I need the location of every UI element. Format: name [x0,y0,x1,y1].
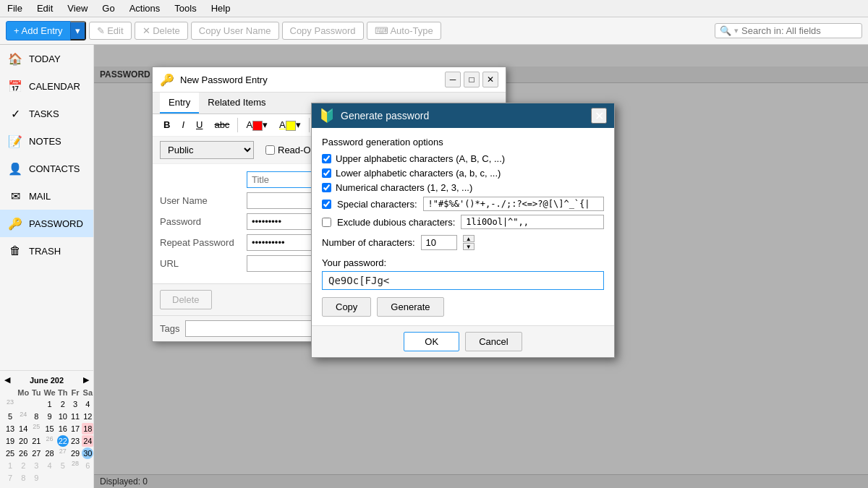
format-highlight-button[interactable]: A▾ [274,117,306,133]
sidebar-label-today: TODAY [29,53,61,64]
menubar: File Edit View Go Actions Tools Help [0,0,868,17]
cal-next-button[interactable]: ▶ [83,375,89,385]
sidebar-label-calendar: CALENDAR [29,81,80,92]
sidebar-item-today[interactable]: 🏠 TODAY [0,45,93,72]
gen-section-title: Password generation options [322,137,604,147]
mail-icon: ✉ [7,188,23,204]
gen-special-checkbox[interactable] [322,200,331,209]
menu-actions[interactable]: Actions [127,1,163,15]
format-bold-button[interactable]: B [158,117,175,132]
contacts-icon: 👤 [7,160,23,176]
calendar-icon: 📅 [7,78,23,94]
cal-day-header-th: Th [57,388,69,398]
menu-view[interactable]: View [64,1,90,15]
cal-day-header-tu: Tu [30,388,42,398]
search-input[interactable] [741,25,857,36]
readonly-checkbox[interactable] [265,145,275,155]
gen-password-title-text: Generate password [341,110,585,121]
delete-entry-button[interactable]: Delete [160,290,212,309]
gen-your-password-label: Your password: [322,257,604,268]
add-entry-button-group: + Add Entry ▾ [6,21,86,40]
gen-num-down-button[interactable]: ▼ [463,243,475,250]
gen-num-chars-label: Number of characters: [322,237,415,248]
gen-option-lower: Lower alphabetic characters (a, b, c, ..… [322,168,604,179]
gen-numerical-checkbox[interactable] [322,183,331,192]
gen-copy-button[interactable]: Copy [322,297,371,317]
toolbar: + Add Entry ▾ ✎ Edit ✕ Delete Copy User … [0,17,868,45]
cal-month-label: June 202 [30,376,64,385]
format-underline-button[interactable]: U [191,117,208,132]
passwords-icon: 🔑 [7,215,23,231]
sidebar-item-contacts[interactable]: 👤 CONTACTS [0,155,93,182]
copy-password-button[interactable]: Copy Password [282,22,364,40]
cal-prev-button[interactable]: ◀ [4,375,10,385]
cal-day-header-sa: Sa [82,388,93,398]
gen-numerical-label: Numerical characters (1, 2, 3, ...) [336,182,472,193]
new-password-titlebar: 🔑 New Password Entry ─ □ ✕ [153,67,506,93]
username-label: User Name [160,195,247,206]
gen-password-display-input[interactable] [322,271,604,290]
repeat-password-label: Repeat Password [160,237,247,248]
tasks-icon: ✓ [7,106,23,121]
sidebar-label-notes: NOTES [29,136,61,147]
menu-tools[interactable]: Tools [171,1,199,15]
auto-type-button[interactable]: ⌨ Auto-Type [367,22,441,40]
gen-lower-checkbox[interactable] [322,168,331,178]
gen-cancel-button[interactable]: Cancel [465,332,522,351]
cal-day-header-we: We [43,388,56,398]
sidebar-item-mail[interactable]: ✉ MAIL [0,182,93,210]
new-password-maximize-button[interactable]: □ [464,72,480,87]
add-entry-dropdown-button[interactable]: ▾ [70,21,86,40]
gen-ok-button[interactable]: OK [404,332,459,351]
new-password-close-button[interactable]: ✕ [482,72,498,87]
gen-num-up-button[interactable]: ▲ [463,235,475,242]
add-entry-button[interactable]: + Add Entry [6,21,70,40]
delete-button[interactable]: ✕ Delete [135,22,188,40]
new-password-title-icon: 🔑 [160,73,174,87]
gen-option-numerical: Numerical characters (1, 2, 3, ...) [322,182,604,193]
gen-generate-button[interactable]: Generate [377,297,443,317]
cal-week-num-header [4,388,16,398]
sidebar-item-trash[interactable]: 🗑 TRASH [0,237,93,265]
cal-day-header-fr: Fr [69,388,81,398]
tab-related-items[interactable]: Related Items [199,93,274,114]
gen-password-close-button[interactable]: ✕ [591,108,607,124]
menu-help[interactable]: Help [208,1,234,15]
gen-exclude-chars-input[interactable] [461,215,604,229]
gen-option-upper: Upper alphabetic characters (A, B, C, ..… [322,153,604,164]
format-font-color-button[interactable]: A▾ [241,117,273,133]
gen-special-row: Special characters: [322,197,604,211]
gen-special-label: Special characters: [337,199,417,210]
gen-password-titlebar: 🔰 Generate password ✕ [312,103,614,128]
copy-username-button[interactable]: Copy User Name [191,22,279,40]
cal-day-header-mo: Mo [17,388,30,398]
password-label: Password [160,216,247,227]
sidebar-item-passwords[interactable]: 🔑 PASSWORD [0,210,93,237]
sidebar-label-contacts: CONTACTS [29,163,80,174]
new-password-title-text: New Password Entry [180,74,439,85]
group-select[interactable]: Public [160,141,254,159]
sidebar: 🏠 TODAY 📅 CALENDAR ✓ TASKS 📝 NOTES 👤 CON… [0,45,94,488]
gen-exclude-checkbox[interactable] [322,218,331,227]
gen-upper-checkbox[interactable] [322,154,331,163]
gen-password-footer: OK Cancel [312,325,614,357]
sidebar-item-tasks[interactable]: ✓ TASKS [0,100,93,127]
gen-password-title-icon: 🔰 [319,108,335,124]
menu-edit[interactable]: Edit [34,1,56,15]
gen-special-chars-input[interactable] [423,197,604,211]
menu-go[interactable]: Go [99,1,117,15]
gen-num-chars-row: Number of characters: ▲ ▼ [322,235,604,250]
new-password-minimize-button[interactable]: ─ [445,72,461,87]
sidebar-item-notes[interactable]: 📝 NOTES [0,127,93,155]
trash-icon: 🗑 [7,243,23,259]
tab-entry[interactable]: Entry [160,93,199,114]
format-strike-button[interactable]: abc [209,117,234,132]
edit-button[interactable]: ✎ Edit [89,22,132,40]
gen-num-chars-input[interactable] [421,235,457,250]
format-italic-button[interactable]: I [176,117,190,132]
menu-file[interactable]: File [4,1,25,15]
sidebar-item-calendar[interactable]: 📅 CALENDAR [0,72,93,100]
url-label: URL [160,258,247,269]
content-area: PASSWORD URL NOTES Displayed: 0 🔑 New Pa… [94,45,868,488]
notes-icon: 📝 [7,133,23,149]
